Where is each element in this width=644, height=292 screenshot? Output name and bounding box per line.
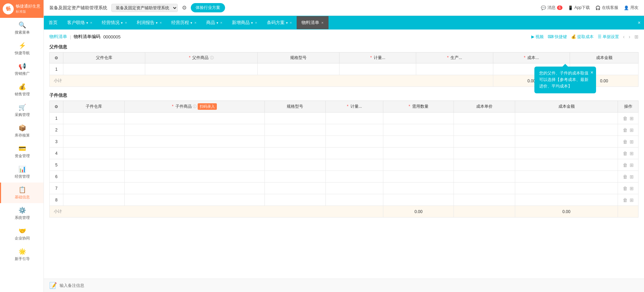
online-service-button[interactable]: 🎧 在线客服 bbox=[595, 5, 618, 11]
tab-close-icon[interactable]: × bbox=[255, 21, 257, 25]
tab-close-icon[interactable]: × bbox=[160, 21, 162, 25]
child-unit-cell[interactable] bbox=[326, 136, 383, 148]
tab-barcode[interactable]: 条码方案 ▾ × bbox=[262, 16, 297, 29]
copy-icon[interactable]: ⊞ bbox=[630, 139, 634, 144]
sidebar-item-guide[interactable]: 🌟 新手引导 bbox=[0, 244, 44, 265]
delete-icon[interactable]: 🗑 bbox=[623, 151, 628, 156]
tab-operation-status[interactable]: 经营情况 ▾ × bbox=[97, 16, 132, 29]
child-goods-cell[interactable] bbox=[124, 171, 264, 183]
child-warehouse-cell[interactable] bbox=[63, 113, 125, 124]
child-quantity-cell[interactable] bbox=[383, 159, 454, 171]
child-quantity-cell[interactable] bbox=[383, 183, 454, 194]
cost-action[interactable]: 💰 提取成本 bbox=[571, 34, 594, 40]
child-warehouse-cell[interactable] bbox=[63, 183, 125, 194]
tab-add-goods[interactable]: 新增商品 ▾ × bbox=[227, 16, 262, 29]
delete-icon[interactable]: 🗑 bbox=[623, 197, 628, 203]
sidebar-item-sales[interactable]: 💰 销售管理 bbox=[0, 80, 44, 100]
shortcut-action[interactable]: ⌨ 快捷键 bbox=[548, 34, 567, 40]
child-warehouse-cell[interactable] bbox=[63, 148, 125, 159]
sidebar-item-enterprise[interactable]: 🤝 企业协同 bbox=[0, 224, 44, 244]
copy-icon[interactable]: ⊞ bbox=[630, 162, 634, 168]
tab-close-icon[interactable]: × bbox=[90, 21, 92, 25]
copy-icon[interactable]: ⊞ bbox=[630, 127, 634, 133]
child-unit-cell[interactable] bbox=[326, 171, 383, 183]
child-goods-cell[interactable] bbox=[124, 183, 264, 194]
child-goods-cell[interactable] bbox=[124, 148, 264, 159]
child-quantity-cell[interactable] bbox=[383, 124, 454, 136]
child-warehouse-cell[interactable] bbox=[63, 171, 125, 183]
trial-button[interactable]: 体验行业方案 bbox=[191, 3, 225, 12]
tab-close-icon[interactable]: × bbox=[321, 21, 323, 25]
delete-icon[interactable]: 🗑 bbox=[623, 174, 628, 179]
copy-icon[interactable]: ⊞ bbox=[630, 151, 634, 156]
child-goods-cell[interactable] bbox=[124, 113, 264, 124]
child-quantity-cell[interactable] bbox=[383, 148, 454, 159]
child-quantity-cell[interactable] bbox=[383, 194, 454, 206]
tab-close-icon[interactable]: × bbox=[125, 21, 127, 25]
breadcrumb-item-bom[interactable]: 物料清单 bbox=[49, 34, 67, 40]
child-unit-cell[interactable] bbox=[326, 148, 383, 159]
delete-icon[interactable]: 🗑 bbox=[623, 139, 628, 144]
th-child-gear[interactable]: ⚙ bbox=[50, 101, 63, 113]
child-goods-cell[interactable] bbox=[124, 136, 264, 148]
sidebar-item-quick-nav[interactable]: ⚡ 快捷导航 bbox=[0, 38, 44, 59]
sidebar-item-search[interactable]: 🔍 搜索菜单 bbox=[0, 18, 44, 38]
close-all-tabs[interactable]: × bbox=[634, 20, 644, 25]
sidebar-item-system[interactable]: ⚙️ 系统管理 bbox=[0, 203, 44, 224]
child-warehouse-cell[interactable] bbox=[63, 136, 125, 148]
tab-customer[interactable]: 客户联络 ▾ × bbox=[62, 16, 97, 29]
sidebar-item-purchase[interactable]: 🛒 采购管理 bbox=[0, 100, 44, 121]
tab-profit[interactable]: 利润报告 ▾ × bbox=[132, 16, 166, 29]
th-parent-gear[interactable]: ⚙ bbox=[50, 52, 63, 63]
delete-icon[interactable]: 🗑 bbox=[623, 116, 628, 121]
child-goods-cell[interactable] bbox=[124, 194, 264, 206]
tooltip-close-button[interactable]: × bbox=[591, 69, 593, 76]
sidebar-item-marketing[interactable]: 📢 营销推广 bbox=[0, 59, 44, 80]
sidebar-item-inventory[interactable]: 📦 库存核算 bbox=[0, 121, 44, 141]
app-download-button[interactable]: 📱 App下载 bbox=[568, 5, 590, 11]
breadcrumb-expand[interactable]: ⊞ bbox=[634, 34, 639, 39]
tab-goods[interactable]: 商品 ▾ × bbox=[201, 16, 227, 29]
child-goods-cell[interactable] bbox=[124, 159, 264, 171]
tab-close-icon[interactable]: × bbox=[194, 21, 196, 25]
child-unit-cell[interactable] bbox=[326, 183, 383, 194]
system-selector[interactable]: 装备及固定资产辅助管理系统 bbox=[111, 4, 178, 12]
tab-history[interactable]: 经营历程 ▾ × bbox=[166, 16, 201, 29]
child-warehouse-cell[interactable] bbox=[63, 194, 125, 206]
message-button[interactable]: 💬 消息 6 bbox=[541, 5, 562, 11]
copy-icon[interactable]: ⊞ bbox=[630, 197, 634, 203]
child-quantity-cell[interactable] bbox=[383, 136, 454, 148]
scan-button[interactable]: 扫码录入 bbox=[198, 103, 217, 110]
breadcrumb-nav-prev[interactable]: ‹ bbox=[623, 34, 625, 39]
parent-unit-cell[interactable] bbox=[339, 63, 416, 75]
child-unit-cell[interactable] bbox=[326, 113, 383, 124]
settings-icon[interactable]: ⚙ bbox=[182, 4, 187, 11]
copy-icon[interactable]: ⊞ bbox=[630, 186, 634, 191]
child-goods-cell[interactable] bbox=[124, 124, 264, 136]
tab-close-icon[interactable]: × bbox=[220, 21, 222, 25]
child-warehouse-cell[interactable] bbox=[63, 159, 125, 171]
breadcrumb-nav-next[interactable]: › bbox=[629, 34, 630, 39]
sidebar-item-basic[interactable]: 📋 基础信息 bbox=[0, 183, 44, 203]
copy-icon[interactable]: ⊞ bbox=[630, 174, 634, 179]
tab-close-icon[interactable]: × bbox=[290, 21, 292, 25]
settings-action[interactable]: ☰ 单据设置 bbox=[598, 34, 619, 40]
parent-warehouse-cell[interactable] bbox=[63, 63, 145, 75]
child-quantity-cell[interactable] bbox=[383, 171, 454, 183]
parent-goods-cell[interactable] bbox=[145, 63, 257, 75]
child-warehouse-cell[interactable] bbox=[63, 124, 125, 136]
sidebar-item-finance[interactable]: 💳 资金管理 bbox=[0, 141, 44, 162]
child-quantity-cell[interactable] bbox=[383, 113, 454, 124]
delete-icon[interactable]: 🗑 bbox=[623, 127, 628, 133]
tab-home[interactable]: 首页 bbox=[44, 16, 62, 29]
child-unit-cell[interactable] bbox=[326, 159, 383, 171]
child-unit-cell[interactable] bbox=[326, 194, 383, 206]
tab-bom[interactable]: 物料清单 × bbox=[297, 16, 328, 29]
parent-produce-cell[interactable] bbox=[416, 63, 493, 75]
delete-icon[interactable]: 🗑 bbox=[623, 186, 628, 191]
delete-icon[interactable]: 🗑 bbox=[623, 162, 628, 168]
user-button[interactable]: 👤 用友 bbox=[624, 5, 639, 11]
sidebar-item-operation[interactable]: 📊 经营管理 bbox=[0, 162, 44, 183]
child-unit-cell[interactable] bbox=[326, 124, 383, 136]
copy-icon[interactable]: ⊞ bbox=[630, 116, 634, 121]
